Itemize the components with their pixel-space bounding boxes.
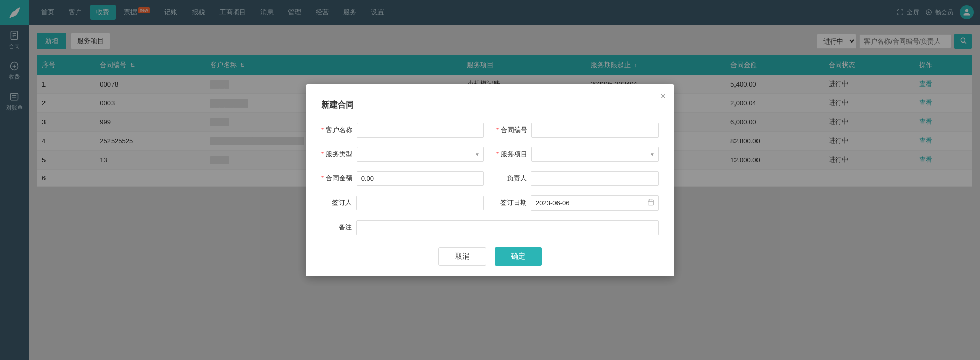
- sign-date-wrapper: 2023-06-06: [531, 195, 659, 211]
- service-item-label: 服务项目: [496, 150, 527, 159]
- contract-no-label: 合同编号: [496, 125, 527, 135]
- modal-footer: 取消 确定: [321, 247, 659, 266]
- service-item-select[interactable]: [531, 147, 659, 162]
- service-type-label: 服务类型: [321, 150, 352, 159]
- svg-rect-13: [648, 200, 654, 205]
- new-contract-modal: 新建合同 × 客户名称 合同编号 服务类型 服务项目: [306, 84, 674, 276]
- modal-title: 新建合同: [321, 100, 659, 111]
- responsible-group: 负责人: [496, 171, 659, 186]
- service-type-select-wrap: [357, 147, 484, 162]
- confirm-button[interactable]: 确定: [495, 247, 542, 266]
- remarks-group: 备注: [321, 220, 659, 235]
- contract-amount-label: 合同金额: [321, 174, 352, 183]
- customer-name-group: 客户名称: [321, 123, 484, 138]
- service-item-group: 服务项目: [496, 147, 659, 162]
- customer-name-label: 客户名称: [321, 125, 352, 135]
- service-type-group: 服务类型: [321, 147, 484, 162]
- responsible-input[interactable]: [531, 171, 659, 186]
- customer-name-input[interactable]: [357, 123, 484, 138]
- remarks-label: 备注: [321, 223, 352, 232]
- service-item-select-wrap: [531, 147, 659, 162]
- contract-no-group: 合同编号: [496, 123, 659, 138]
- sign-date-input[interactable]: 2023-06-06: [531, 196, 643, 210]
- sign-date-label: 签订日期: [496, 198, 527, 207]
- modal-overlay: 新建合同 × 客户名称 合同编号 服务类型 服务项目: [0, 0, 980, 360]
- form-grid: 客户名称 合同编号 服务类型 服务项目: [321, 123, 659, 235]
- responsible-label: 负责人: [496, 174, 527, 183]
- contract-no-input[interactable]: [531, 123, 659, 138]
- signatory-group: 签订人: [321, 195, 484, 211]
- service-type-select[interactable]: [357, 147, 484, 162]
- sign-date-group: 签订日期 2023-06-06: [496, 195, 659, 211]
- cancel-button[interactable]: 取消: [438, 247, 486, 266]
- contract-amount-input[interactable]: 0.00: [357, 171, 484, 186]
- signatory-label: 签订人: [321, 198, 352, 207]
- signatory-input[interactable]: [356, 196, 484, 210]
- modal-close-button[interactable]: ×: [660, 92, 666, 101]
- calendar-icon[interactable]: [643, 196, 658, 210]
- contract-amount-group: 合同金额 0.00: [321, 171, 484, 186]
- remarks-input[interactable]: [356, 220, 659, 235]
